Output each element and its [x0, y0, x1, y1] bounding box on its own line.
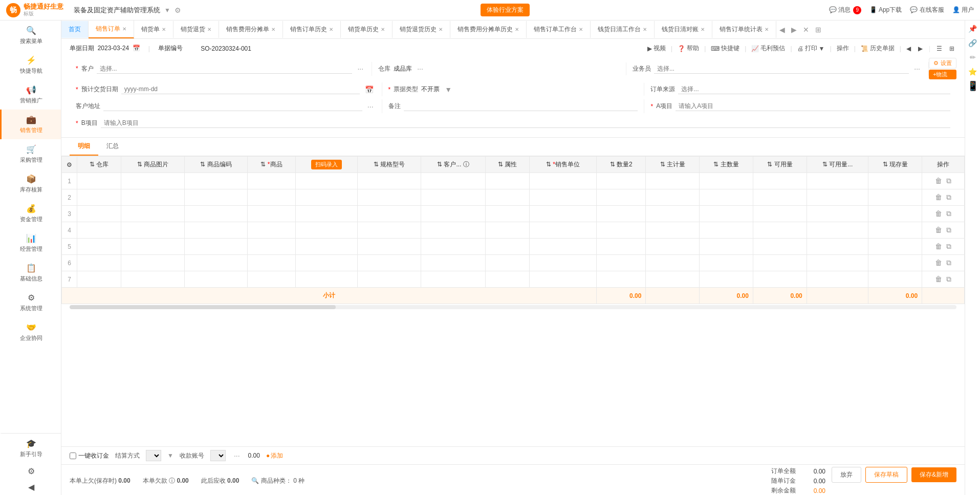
row-5-qty2[interactable]: [596, 239, 645, 255]
sidebar-item-system[interactable]: ⚙ 系统管理: [0, 288, 61, 317]
account-more-btn[interactable]: ···: [232, 451, 242, 460]
row-3-main-qty[interactable]: [700, 206, 753, 222]
b-project-input[interactable]: [101, 118, 950, 128]
sidebar-item-nav[interactable]: ⚡ 快捷导航: [0, 50, 61, 80]
row-6-copy-btn[interactable]: ⧉: [946, 259, 951, 267]
row-2-image[interactable]: [121, 189, 184, 206]
row-3-product[interactable]: [248, 206, 295, 222]
row-5-delete-btn[interactable]: 🗑: [935, 242, 942, 250]
shortcut-btn[interactable]: ⌨ 快捷键: [709, 43, 742, 54]
row-7-main-unit[interactable]: [646, 271, 700, 288]
th-settings[interactable]: ⚙: [62, 157, 77, 173]
tab-daily-reconcile[interactable]: 钱货日清对账 ✕: [655, 21, 712, 38]
tab-close-daily-clear[interactable]: ✕: [643, 27, 647, 32]
row-5-product[interactable]: [248, 239, 295, 255]
row-5-main-qty[interactable]: [700, 239, 753, 255]
row-6-warehouse[interactable]: [77, 255, 121, 271]
delivery-calendar-icon[interactable]: 📅: [363, 85, 376, 94]
row-3-avail-qty[interactable]: [753, 206, 807, 222]
tab-close-expense-split[interactable]: ✕: [271, 27, 275, 32]
tab-more-btn[interactable]: ✕: [800, 26, 812, 34]
sidebar-item-base[interactable]: 📋 基础信息: [0, 258, 61, 288]
row-4-warehouse[interactable]: [77, 222, 121, 239]
row-6-avail-qty2[interactable]: [807, 255, 868, 271]
tab-close-sales-return[interactable]: ✕: [207, 27, 211, 32]
sidebar-item-settings[interactable]: ⚙: [0, 463, 61, 479]
history-btn[interactable]: 📜 历史单据: [859, 43, 897, 54]
one-click-checkbox-input[interactable]: [70, 453, 76, 459]
sidebar-item-sales[interactable]: 💼 销售管理: [0, 110, 61, 139]
row-7-avail-qty[interactable]: [753, 271, 807, 288]
row-7-customer-code[interactable]: [421, 271, 486, 288]
tab-sales-order[interactable]: 销售订单 ✕: [89, 20, 134, 38]
row-7-spec[interactable]: [358, 271, 421, 288]
sidebar-item-operation[interactable]: 📊 经营管理: [0, 228, 61, 258]
view-toggle-btn2[interactable]: ⊞: [947, 44, 956, 53]
row-1-spec[interactable]: [358, 173, 421, 189]
row-6-product[interactable]: [248, 255, 295, 271]
remark-input[interactable]: [404, 101, 638, 111]
row-7-attr[interactable]: [485, 271, 529, 288]
right-panel-icon-3[interactable]: ✏: [967, 51, 979, 63]
row-3-main-unit[interactable]: [646, 206, 700, 222]
row-3-qty2[interactable]: [596, 206, 645, 222]
salesperson-input[interactable]: [654, 64, 909, 74]
payment-method-select[interactable]: [146, 450, 161, 461]
row-2-code[interactable]: [184, 189, 248, 206]
row-7-delete-btn[interactable]: 🗑: [935, 275, 942, 283]
row-5-main-unit[interactable]: [646, 239, 700, 255]
row-3-spec[interactable]: [358, 206, 421, 222]
row-4-attr[interactable]: [485, 222, 529, 239]
tab-expense-split[interactable]: 销售费用分摊单 ✕: [219, 21, 283, 38]
customer-addr-more-btn[interactable]: ···: [365, 102, 376, 111]
detail-tab-detail[interactable]: 明细: [70, 138, 98, 156]
sidebar-item-collapse[interactable]: ◀: [0, 479, 61, 495]
row-2-customer-code[interactable]: [421, 189, 486, 206]
row-1-product[interactable]: [248, 173, 295, 189]
scroll-bar[interactable]: [70, 305, 956, 309]
delivery-input[interactable]: [121, 84, 360, 94]
profit-btn[interactable]: 📈 毛利预估: [749, 43, 787, 54]
row-3-image[interactable]: [121, 206, 184, 222]
tab-return-history[interactable]: 销货退货历史 ✕: [393, 21, 450, 38]
right-panel-icon-2[interactable]: 🔗: [967, 37, 979, 49]
row-3-current-qty[interactable]: [868, 206, 922, 222]
tab-close-order-workbench[interactable]: ✕: [579, 27, 583, 32]
view-toggle-btn[interactable]: ☰: [934, 44, 944, 53]
row-3-unit[interactable]: [529, 206, 596, 222]
row-1-attr[interactable]: [485, 173, 529, 189]
row-4-code[interactable]: [184, 222, 248, 239]
row-5-code[interactable]: [184, 239, 248, 255]
tab-invoice-history[interactable]: 销货单历史 ✕: [341, 21, 393, 38]
row-5-avail-qty2[interactable]: [807, 239, 868, 255]
customer-input[interactable]: [97, 64, 353, 74]
row-7-warehouse[interactable]: [77, 271, 121, 288]
tab-close-order-history[interactable]: ✕: [329, 27, 333, 32]
right-panel-icon-4[interactable]: ⭐: [967, 66, 979, 78]
settings-icon[interactable]: ⚙: [175, 6, 181, 14]
sidebar-item-purchase[interactable]: 🛒 采购管理: [0, 139, 61, 169]
message-btn[interactable]: 💬 消息 9: [829, 6, 862, 14]
row-7-current-qty[interactable]: [868, 271, 922, 288]
row-6-code[interactable]: [184, 255, 248, 271]
tab-prev-btn[interactable]: ◀: [776, 26, 788, 34]
row-6-image[interactable]: [121, 255, 184, 271]
app-download-btn[interactable]: 📱 App下载: [869, 6, 902, 14]
row-2-avail-qty[interactable]: [753, 189, 807, 206]
a-project-input[interactable]: [676, 101, 950, 111]
row-4-image[interactable]: [121, 222, 184, 239]
tab-close-sales-order[interactable]: ✕: [122, 26, 126, 32]
row-4-avail-qty[interactable]: [753, 222, 807, 239]
operate-btn[interactable]: 操作: [835, 43, 851, 54]
row-2-spec[interactable]: [358, 189, 421, 206]
row-7-unit[interactable]: [529, 271, 596, 288]
save-new-button[interactable]: 保存&新增: [911, 467, 956, 482]
row-1-avail-qty2[interactable]: [807, 173, 868, 189]
row-7-avail-qty2[interactable]: [807, 271, 868, 288]
tab-order-history[interactable]: 销售订单历史 ✕: [283, 21, 341, 38]
tab-close-invoice[interactable]: ✕: [162, 27, 166, 32]
row-1-current-qty[interactable]: [868, 173, 922, 189]
row-7-copy-btn[interactable]: ⧉: [946, 275, 951, 283]
row-2-attr[interactable]: [485, 189, 529, 206]
detail-tab-summary[interactable]: 汇总: [98, 138, 127, 156]
